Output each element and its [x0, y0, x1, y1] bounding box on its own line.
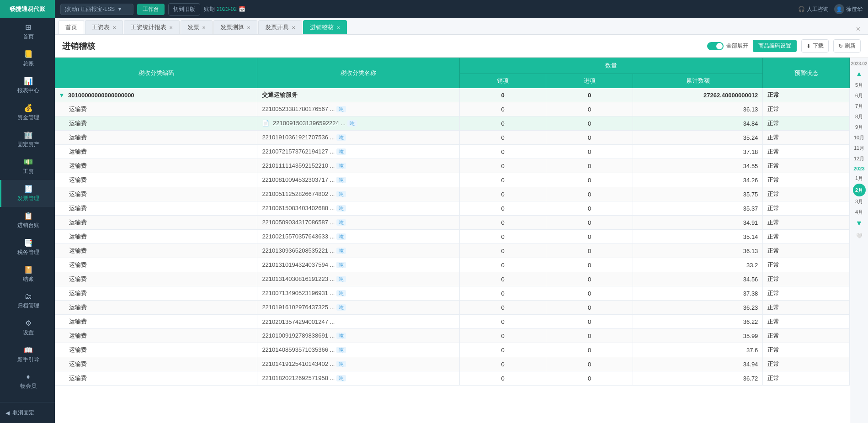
item-invoice-cell: 22101419125410143402 ... 吨 [257, 357, 459, 371]
heart-icon[interactable]: 🤍 [856, 233, 863, 239]
group-name-cell: 交通运输服务 [257, 88, 459, 102]
sidebar-item-tax[interactable]: 📑 税务管理 [0, 234, 55, 261]
current-year-label: 2023 [852, 164, 865, 173]
invoices-icon: 🧾 [24, 185, 33, 193]
sidebar-item-funds[interactable]: 💰 资金管理 [0, 99, 55, 126]
tab-close-icon[interactable]: ✕ [292, 25, 295, 30]
month-9[interactable]: 9月 [852, 122, 867, 132]
item-status-cell: 正常 [763, 329, 850, 343]
tab-invoice[interactable]: 发票 ✕ [181, 20, 213, 34]
close-all-tabs-button[interactable]: ✕ [852, 24, 864, 34]
support-button[interactable]: 🎧 人工咨询 [798, 5, 829, 13]
item-status-cell: 正常 [763, 230, 850, 244]
item-purchase-cell: 0 [546, 244, 633, 258]
item-sale-cell: 0 [459, 187, 546, 201]
invoice-number: 22100509034317086587 ... [262, 219, 335, 226]
unit-tag: 吨 [336, 106, 346, 112]
sidebar-item-home[interactable]: ⊞ 首页 [0, 18, 55, 45]
tab-salary-table[interactable]: 工资表 ✕ [85, 20, 123, 34]
item-sale-cell: 0 [459, 131, 546, 145]
month-1[interactable]: 1月 [852, 173, 867, 184]
item-invoice-cell: 22100215570357643633 ... 吨 [257, 230, 459, 244]
month-3[interactable]: 3月 [852, 196, 867, 207]
document-icon: 📄 [262, 120, 269, 127]
month-8[interactable]: 8月 [852, 111, 867, 122]
purchase-sale-icon: 📋 [24, 212, 33, 220]
tab-close-icon[interactable]: ✕ [169, 25, 173, 30]
sidebar-item-reports[interactable]: 📊 报表中心 [0, 72, 55, 99]
workspace-button[interactable]: 工作台 [137, 4, 165, 15]
sidebar-item-purchase-sale[interactable]: 📋 进销台账 [0, 207, 55, 234]
item-status-cell: 正常 [763, 315, 850, 329]
month-6[interactable]: 6月 [852, 90, 867, 101]
sidebar-item-settlement[interactable]: 📔 结账 [0, 261, 55, 288]
item-purchase-cell: 0 [546, 131, 633, 145]
refresh-button[interactable]: ↻ 刷新 [833, 39, 861, 53]
sidebar-item-guide[interactable]: 📖 新手引导 [0, 341, 55, 368]
calendar-icon[interactable]: 📅 [239, 6, 245, 12]
tab-purchase-sale-check[interactable]: 进销稽核 ✕ [303, 20, 347, 34]
item-cumulative-cell: 35.37 [633, 201, 762, 216]
unit-tag: 吨 [336, 333, 346, 339]
tab-home[interactable]: 首页 [59, 20, 84, 34]
month-4[interactable]: 4月 [852, 207, 867, 217]
month-7[interactable]: 7月 [852, 101, 867, 111]
item-sale-cell: 0 [459, 258, 546, 272]
goods-code-settings-button[interactable]: 商品编码设置 [753, 40, 797, 52]
group-sale-cell: 0 [459, 88, 546, 102]
item-status-cell: 正常 [763, 145, 850, 159]
tab-close-icon[interactable]: ✕ [247, 25, 250, 30]
item-name-cell: 运输费 [55, 230, 257, 244]
item-cumulative-cell: 36.72 [633, 371, 762, 386]
sidebar-item-settings[interactable]: ⚙ 设置 [0, 314, 55, 341]
month-10[interactable]: 10月 [852, 132, 867, 143]
invoice-number: 22101009192789838691 ... [262, 332, 335, 339]
month-5[interactable]: 5月 [852, 80, 867, 90]
sidebar-item-label: 归档管理 [17, 302, 39, 310]
toggle-switch[interactable] [707, 42, 724, 50]
month-2-active[interactable]: 2月 [853, 184, 866, 196]
item-invoice-cell: 22100523381780176567 ... 吨 [257, 102, 459, 116]
tab-invoice-check[interactable]: 发票测算 ✕ [213, 20, 257, 34]
item-name-cell: 运输费 [55, 329, 257, 343]
unpin-button[interactable]: ◀ 取消固定 [0, 406, 55, 419]
month-12[interactable]: 12月 [852, 153, 867, 164]
item-purchase-cell: 0 [546, 159, 633, 173]
sidebar-item-assets[interactable]: 🏢 固定资产 [0, 126, 55, 153]
item-invoice-cell: 22100511252826674802 ... 吨 [257, 187, 459, 201]
sidebar-item-archive[interactable]: 🗂 归档管理 [0, 288, 55, 314]
item-name-cell: 运输费 [55, 286, 257, 301]
tab-salary-stats[interactable]: 工资统计报表 ✕ [124, 20, 180, 34]
sidebar-item-salary[interactable]: 💵 工资 [0, 153, 55, 180]
sidebar-item-ledger[interactable]: 📒 总账 [0, 45, 55, 72]
invoice-number: 22101408593571035366 ... [262, 346, 335, 353]
item-sale-cell: 0 [459, 230, 546, 244]
item-invoice-cell: 22101111143592152210 ... 吨 [257, 159, 459, 173]
tab-invoice-open[interactable]: 发票开具 ✕ [258, 20, 302, 34]
table-row: 运输费 📄 22100915031396592224 ... 吨 0 0 34.… [55, 116, 850, 131]
toggle-expand-all[interactable]: 全部展开 [707, 42, 748, 50]
item-status-cell: 正常 [763, 286, 850, 301]
item-purchase-cell: 0 [546, 357, 633, 371]
reports-icon: 📊 [24, 77, 33, 85]
settings-icon: ⚙ [25, 319, 32, 328]
nav-down-button[interactable]: ▼ [854, 217, 865, 229]
sidebar-item-member[interactable]: ♦ 畅会员 [0, 368, 55, 395]
tab-close-icon[interactable]: ✕ [202, 25, 206, 30]
sidebar-item-invoices[interactable]: 🧾 发票管理 [0, 180, 55, 207]
unit-tag: 吨 [336, 219, 346, 226]
invoice-number: 22100511252826674802 ... [262, 190, 335, 197]
tab-close-icon[interactable]: ✕ [112, 25, 116, 30]
user-menu[interactable]: 👤 徐澄华 [834, 4, 863, 14]
expand-icon[interactable]: ▼ [59, 92, 65, 99]
invoice-number: 22101314030816191223 ... [262, 275, 335, 282]
month-11[interactable]: 11月 [852, 143, 867, 153]
funds-icon: 💰 [24, 104, 33, 112]
tab-close-icon[interactable]: ✕ [336, 25, 340, 30]
download-button[interactable]: ⬇ 下载 [801, 39, 829, 53]
company-selector[interactable]: (勿动) 江西报宝-LSS ▾ [60, 4, 133, 15]
nav-up-button[interactable]: ▲ [854, 68, 865, 80]
switch-version-button[interactable]: 切到旧版 [168, 3, 200, 16]
item-purchase-cell: 0 [546, 201, 633, 216]
item-cumulative-cell: 34.55 [633, 159, 762, 173]
